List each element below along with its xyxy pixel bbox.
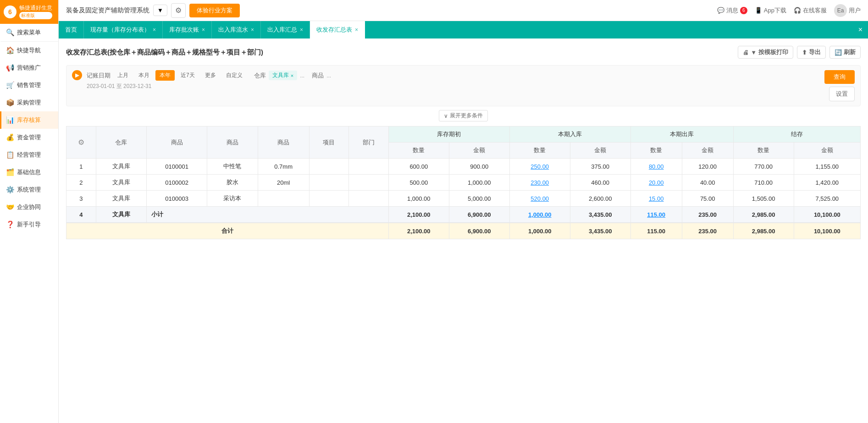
sidebar-nav: 🏠 快捷导航 📢 营销推广 🛒 销售管理 📦 采购管理 📊 库存核算 💰 资金管… <box>0 42 58 423</box>
query-button[interactable]: 查询 <box>824 70 855 84</box>
warehouse-ellipsis[interactable]: ... <box>300 72 304 79</box>
row-name: 胶水 <box>207 175 258 191</box>
main-table: ⚙ 仓库 商品 商品 商品 项目 部门 库存期初 本期入库 本期出库 结存 <box>66 126 861 239</box>
tab-batch-label: 库存批次账 <box>169 26 199 34</box>
sidebar-item-inventory-label: 库存核算 <box>17 116 41 124</box>
refresh-button[interactable]: 🔄 刷新 <box>829 46 861 59</box>
tab-inventory-dist-label: 现存量（库存分布表） <box>90 26 150 34</box>
export-button[interactable]: ⬆ 导出 <box>797 46 826 59</box>
tab-summary-close[interactable]: × <box>300 27 303 33</box>
tab-flow[interactable]: 出入库流水 × <box>212 21 261 38</box>
subtotal-row: 4 文具库 小计 2,100.00 6,900.00 1,000.00 3,43… <box>66 207 861 223</box>
date-btn-7days[interactable]: 近7天 <box>177 70 199 81</box>
message-button[interactable]: 💬 消息 6 <box>717 6 747 15</box>
subtotal-open-amt: 6,900.00 <box>449 207 509 223</box>
filter-row1: 记账日期 上月 本月 本年 近7天 更多 自定义 <box>87 70 820 81</box>
row-in-qty[interactable]: 250.00 <box>509 159 570 175</box>
tab-flow-label: 出入库流水 <box>218 26 248 34</box>
row-out-qty[interactable]: 20.00 <box>630 175 682 191</box>
row-name: 采访本 <box>207 191 258 207</box>
sidebar-item-guide[interactable]: ❓ 新手引导 <box>0 216 58 233</box>
expand-section: ∨ 展开更多条件 <box>66 110 861 121</box>
sidebar-item-system-label: 系统管理 <box>17 186 41 194</box>
date-label: 记账日期 <box>87 71 111 80</box>
header-left: 装备及固定资产辅助管理系统 ▼ ⚙ 体验行业方案 <box>66 3 240 18</box>
date-btn-thisyear[interactable]: 本年 <box>155 70 175 81</box>
tab-inventory-dist[interactable]: 现存量（库存分布表） × <box>84 21 163 38</box>
col-settings-icon[interactable]: ⚙ <box>78 138 84 146</box>
total-bal-qty: 2,985.00 <box>733 223 794 239</box>
tab-flow-close[interactable]: × <box>251 27 254 33</box>
sidebar-item-marketing-label: 营销推广 <box>17 64 41 72</box>
print-text: 按模板打印 <box>758 48 788 56</box>
table-row: 2 文具库 0100002 胶水 20ml 500.00 1,000.00 23… <box>66 175 861 191</box>
app-download-button[interactable]: 📱 App下载 <box>755 6 786 15</box>
sidebar-item-sales[interactable]: 🛒 销售管理 <box>0 77 58 94</box>
sidebar-item-system[interactable]: ⚙️ 系统管理 <box>0 181 58 198</box>
row-code: 0100003 <box>147 191 207 207</box>
tab-bar-close-all[interactable]: × <box>853 26 868 34</box>
sidebar-item-marketing[interactable]: 📢 营销推广 <box>0 59 58 77</box>
headset-icon: 🎧 <box>794 7 801 14</box>
main-area: 装备及固定资产辅助管理系统 ▼ ⚙ 体验行业方案 💬 消息 6 📱 App下载 … <box>59 0 868 423</box>
expand-conditions-btn[interactable]: ∨ 展开更多条件 <box>439 110 488 121</box>
goods-ellipsis[interactable]: ... <box>326 72 331 79</box>
sidebar-logo[interactable]: 6 畅捷通好生意 标准版 <box>0 0 58 24</box>
tab-summary-label: 出入库汇总 <box>267 26 297 34</box>
sidebar-item-finance[interactable]: 💰 资金管理 <box>0 129 58 146</box>
filter-inputs: 记账日期 上月 本月 本年 近7天 更多 自定义 <box>87 70 820 90</box>
date-btn-thismonth[interactable]: 本月 <box>134 70 154 81</box>
subtotal-in-qty: 1,000.00 <box>509 207 570 223</box>
warehouse-tag-close[interactable]: × <box>291 73 293 78</box>
subtotal-label: 小计 <box>147 207 389 223</box>
row-no: 2 <box>66 175 96 191</box>
tab-receipt-summary-close[interactable]: × <box>355 27 358 33</box>
chart-icon: 📊 <box>6 116 14 124</box>
settings-button[interactable]: ⚙ <box>171 3 186 18</box>
sidebar-item-business[interactable]: 📋 经营管理 <box>0 146 58 164</box>
money-icon: 💰 <box>6 133 14 142</box>
avatar: Ea <box>834 4 847 17</box>
online-service-button[interactable]: 🎧 在线客服 <box>794 6 827 15</box>
tab-batch-close[interactable]: × <box>202 27 205 33</box>
col-out-qty-header: 数量 <box>630 143 682 159</box>
filter-collapse-btn[interactable]: ▶ <box>72 70 82 80</box>
date-btn-more[interactable]: 更多 <box>201 70 220 81</box>
sidebar-item-quicknav[interactable]: 🏠 快捷导航 <box>0 42 58 59</box>
row-in-qty[interactable]: 520.00 <box>509 191 570 207</box>
row-bal-qty: 1,505.00 <box>733 191 794 207</box>
tab-inventory-dist-close[interactable]: × <box>153 27 156 33</box>
online-service-label: 在线客服 <box>803 6 827 15</box>
tab-home[interactable]: 首页 <box>59 21 84 38</box>
sidebar-item-corp[interactable]: 🤝 企业协同 <box>0 198 58 216</box>
tab-summary[interactable]: 出入库汇总 × <box>261 21 310 38</box>
sidebar-item-purchase[interactable]: 📦 采购管理 <box>0 94 58 111</box>
filter-setting-button[interactable]: 设置 <box>829 87 855 101</box>
tab-receipt-summary[interactable]: 收发存汇总表 × <box>310 21 365 38</box>
print-button[interactable]: 🖨 ▼ 按模板打印 <box>738 46 793 59</box>
row-code: 0100002 <box>147 175 207 191</box>
date-btn-custom[interactable]: 自定义 <box>222 70 247 81</box>
user-menu[interactable]: Ea 用户 <box>834 4 861 17</box>
col-settings-header[interactable]: ⚙ <box>66 126 96 159</box>
trial-button[interactable]: 体验行业方案 <box>189 4 240 17</box>
subtotal-warehouse: 文具库 <box>96 207 147 223</box>
sidebar-item-inventory[interactable]: 📊 库存核算 <box>0 111 58 129</box>
subtotal-bal-qty: 2,985.00 <box>733 207 794 223</box>
sidebar-item-purchase-label: 采购管理 <box>17 99 41 107</box>
content-area: 收发存汇总表(按仓库＋商品编码＋商品＋规格型号＋项目＋部门) 🖨 ▼ 按模板打印… <box>59 38 868 423</box>
row-warehouse: 文具库 <box>96 175 147 191</box>
gear-icon: ⚙️ <box>6 186 14 194</box>
tab-batch[interactable]: 库存批次账 × <box>163 21 212 38</box>
row-out-qty[interactable]: 80.00 <box>630 159 682 175</box>
sidebar-item-basic[interactable]: 🗂️ 基础信息 <box>0 164 58 181</box>
row-out-qty[interactable]: 15.00 <box>630 191 682 207</box>
app-logo-icon: 6 <box>4 5 17 18</box>
sidebar-search[interactable]: 🔍 搜索菜单 <box>0 24 58 42</box>
expand-arrow-icon: ∨ <box>444 113 448 119</box>
col-project-header: 项目 <box>309 126 349 159</box>
row-in-qty[interactable]: 230.00 <box>509 175 570 191</box>
system-select[interactable]: ▼ <box>153 5 167 16</box>
date-btn-lastmonth[interactable]: 上月 <box>113 70 133 81</box>
row-in-amt: 2,600.00 <box>570 191 630 207</box>
